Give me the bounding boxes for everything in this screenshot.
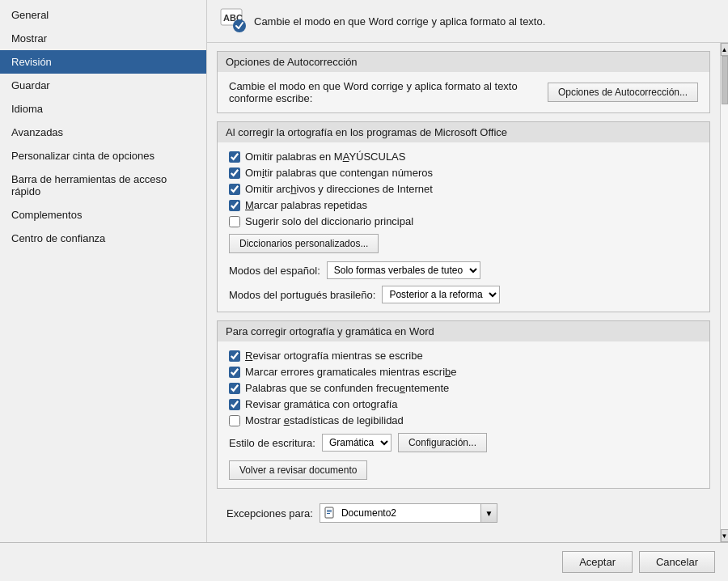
grammar-cb-gramatica-label[interactable]: Revisar gramática con ortografía [245,398,398,410]
grammar-cb-legibilidad[interactable] [229,415,240,426]
svg-rect-6 [327,513,330,514]
scroll-track [721,56,728,529]
grammar-checkbox-2: Marcar errores gramaticales mientras esc… [229,366,698,378]
sidebar-item-guardar[interactable]: Guardar [0,74,206,97]
cancel-button[interactable]: Cancelar [639,551,715,573]
dialog-footer: Aceptar Cancelar [0,542,728,581]
content-header: ABC Cambie el modo en que Word corrige y… [207,0,728,43]
spelling-cb-diccionario[interactable] [229,216,240,227]
spelling-cb-repetidas[interactable] [229,200,240,211]
exceptions-row: Excepciones para: [217,497,710,529]
autocorrect-row: Cambie el modo en que Word corrige y apl… [229,80,698,104]
sidebar-item-mostrar[interactable]: Mostrar [0,27,206,50]
svg-rect-3 [325,507,333,518]
sidebar-item-acceso-rapido[interactable]: Barra de herramientas de acceso rápido [0,168,206,203]
spelling-cb-archivos[interactable] [229,184,240,195]
spelling-checkbox-1: Omitir palabras en MAYÚSCULAS [229,151,698,163]
spelling-section-body: Omitir palabras en MAYÚSCULAS Omitir pal… [218,142,709,312]
svg-rect-5 [327,511,332,512]
grammar-section-header: Para corregir ortografía y gramática en … [218,321,709,341]
sidebar-item-personalizar[interactable]: Personalizar cinta de opciones [0,144,206,168]
dialog-body: General Mostrar Revisión Guardar Idioma … [0,0,728,542]
spelling-cb-mayusculas[interactable] [229,151,240,163]
spelling-cb-diccionario-label[interactable]: Sugerir solo del diccionario principal [245,215,413,227]
revisar-button[interactable]: Volver a revisar documento [229,460,367,480]
grammar-cb-gramatica[interactable] [229,399,240,410]
grammar-checkbox-3: Palabras que se confunden frecuentemente [229,382,698,394]
grammar-cb-marcar[interactable] [229,367,240,378]
scrollbar: ▲ ▼ [720,43,728,542]
grammar-section: Para corregir ortografía y gramática en … [217,320,710,489]
config-button[interactable]: Configuración... [398,433,487,452]
sidebar-item-confianza[interactable]: Centro de confianza [0,227,206,250]
estilo-select[interactable]: Gramática [322,434,392,452]
accept-button[interactable]: Aceptar [562,551,633,573]
exceptions-label: Excepciones para: [226,507,313,520]
spelling-section: Al corregir la ortografía en los program… [217,121,710,312]
modos-espanol-row: Modos del español: Solo formas verbales … [229,261,698,279]
grammar-cb-confunden-label[interactable]: Palabras que se confunden frecuentemente [245,382,449,394]
sidebar-item-idioma[interactable]: Idioma [0,97,206,121]
sidebar-item-general[interactable]: General [0,3,206,27]
doc-name-input[interactable] [340,507,480,519]
sidebar-item-complementos[interactable]: Complementos [0,203,206,227]
sidebar-item-avanzadas[interactable]: Avanzadas [0,121,206,144]
estilo-row: Estilo de escritura: Gramática Configura… [229,433,698,452]
modos-portugues-label: Modos del portugués brasileño: [229,289,375,301]
grammar-checkbox-4: Revisar gramática con ortografía [229,398,698,410]
spelling-cb-mayusculas-label[interactable]: Omitir palabras en MAYÚSCULAS [245,151,405,163]
autocorrect-section-header: Opciones de Autocorrección [218,52,709,72]
grammar-cb-marcar-label[interactable]: Marcar errores gramaticales mientras esc… [245,366,457,378]
spelling-checkbox-4: Marcar palabras repetidas [229,199,698,211]
spelling-checkbox-5: Sugerir solo del diccionario principal [229,215,698,227]
grammar-cb-revisar-label[interactable]: Revisar ortografía mientras se escribe [245,350,423,362]
header-title: Cambie el modo en que Word corrige y apl… [254,15,545,28]
scroll-thumb[interactable] [722,56,728,104]
content-area: Opciones de Autocorrección Cambie el mod… [207,43,720,542]
spelling-cb-repetidas-label[interactable]: Marcar palabras repetidas [245,199,367,211]
grammar-checkbox-1: Revisar ortografía mientras se escribe [229,350,698,362]
grammar-checkbox-5: Mostrar estadísticas de legibilidad [229,414,698,426]
sidebar: General Mostrar Revisión Guardar Idioma … [0,0,207,542]
grammar-cb-revisar[interactable] [229,350,240,362]
spelling-checkbox-2: Omitir palabras que contengan números [229,167,698,179]
svg-rect-4 [327,510,332,511]
spelling-cb-numeros-label[interactable]: Omitir palabras que contengan números [245,167,433,179]
modos-espanol-label: Modos del español: [229,265,320,277]
grammar-cb-confunden[interactable] [229,383,240,394]
modos-portugues-row: Modos del portugués brasileño: Posterior… [229,286,698,303]
spelling-cb-numeros[interactable] [229,168,240,179]
estilo-label: Estilo de escritura: [229,437,315,449]
scroll-up-arrow[interactable]: ▲ [721,43,729,56]
options-dialog: General Mostrar Revisión Guardar Idioma … [0,0,728,581]
doc-select-wrapper: ▼ [320,503,497,523]
abc-check-icon: ABC [220,8,246,34]
scroll-down-arrow[interactable]: ▼ [721,529,729,542]
autocorrect-options-button[interactable]: Opciones de Autocorrección... [548,83,698,102]
grammar-cb-legibilidad-label[interactable]: Mostrar estadísticas de legibilidad [245,414,404,426]
autocorrect-description: Cambie el modo en que Word corrige y apl… [229,80,540,104]
doc-icon [320,505,340,521]
modos-espanol-select[interactable]: Solo formas verbales de tuteo [327,261,480,279]
grammar-section-body: Revisar ortografía mientras se escribe M… [218,341,709,488]
sidebar-item-revision[interactable]: Revisión [0,50,206,74]
autocorrect-section: Opciones de Autocorrección Cambie el mod… [217,51,710,113]
autocorrect-section-body: Cambie el modo en que Word corrige y apl… [218,72,709,112]
spelling-cb-archivos-label[interactable]: Omitir archivos y direcciones de Interne… [245,183,433,195]
spelling-section-header: Al corregir la ortografía en los program… [218,122,709,142]
custom-dictionaries-button[interactable]: Diccionarios personalizados... [229,234,379,253]
spelling-checkbox-3: Omitir archivos y direcciones de Interne… [229,183,698,195]
modos-portugues-select[interactable]: Posterior a la reforma [382,286,500,303]
doc-dropdown-arrow[interactable]: ▼ [480,504,497,522]
